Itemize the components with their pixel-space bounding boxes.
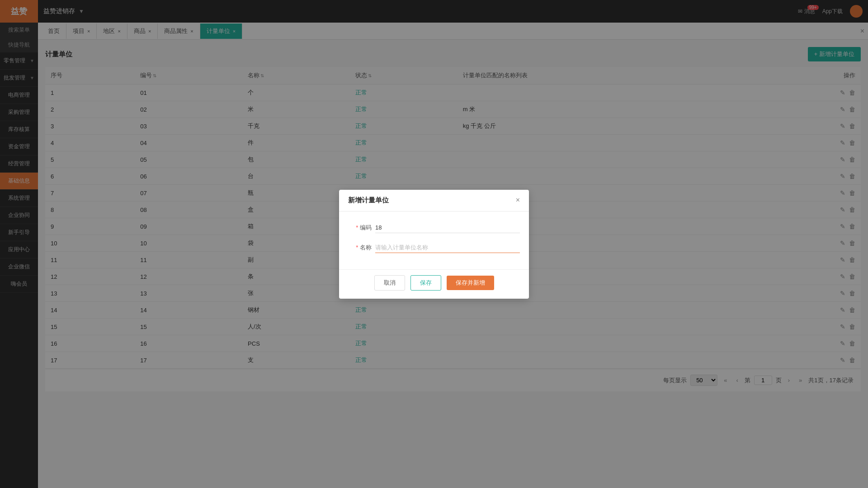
name-label: 名称 [348, 244, 375, 252]
modal-body: 编码 名称 [339, 211, 529, 269]
add-unit-modal: 新增计量单位 × 编码 名称 取消 保存 保存并新增 [339, 190, 529, 299]
save-and-new-button[interactable]: 保存并新增 [447, 276, 494, 290]
cancel-button[interactable]: 取消 [374, 275, 405, 291]
save-button[interactable]: 保存 [410, 275, 441, 291]
form-row-code: 编码 [348, 222, 520, 233]
modal-footer: 取消 保存 保存并新增 [339, 269, 529, 299]
modal-header: 新增计量单位 × [339, 190, 529, 211]
modal-title: 新增计量单位 [348, 196, 389, 205]
name-input[interactable] [375, 242, 520, 253]
code-label: 编码 [348, 224, 375, 232]
modal-close-button[interactable]: × [516, 196, 520, 204]
modal-overlay[interactable]: 新增计量单位 × 编码 名称 取消 保存 保存并新增 [0, 0, 868, 488]
form-row-name: 名称 [348, 242, 520, 253]
code-input[interactable] [375, 222, 520, 233]
